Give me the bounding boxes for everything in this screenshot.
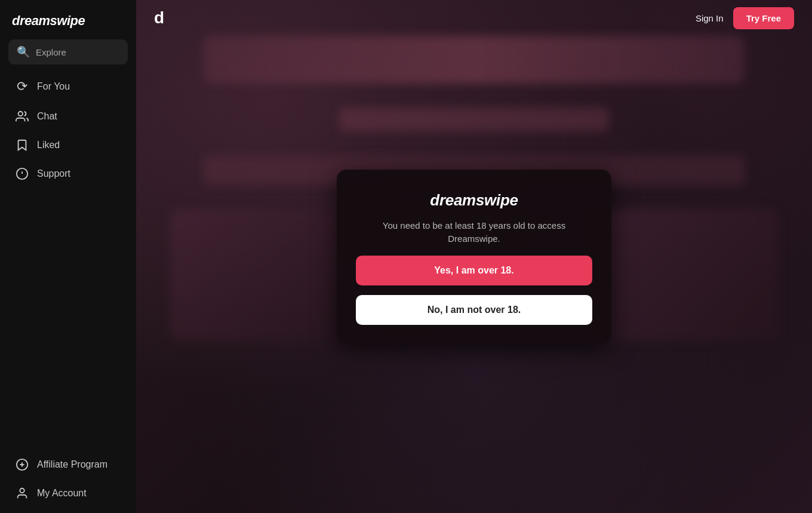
sidebar-item-affiliate[interactable]: Affiliate Program [6, 451, 130, 478]
explore-label: Explore [36, 47, 66, 57]
age-verification-modal: dreamswipe You need to be at least 18 ye… [337, 170, 611, 344]
chat-label: Chat [37, 111, 57, 122]
modal-subtitle: You need to be at least 18 years old to … [356, 219, 592, 246]
chat-icon [14, 110, 30, 123]
affiliate-icon [14, 458, 30, 471]
main-content: d Sign In Try Free dreamswipe You need t… [136, 0, 812, 513]
sidebar-item-for-you[interactable]: ⟳ For You [6, 72, 130, 102]
sidebar-logo[interactable]: dreamswipe [0, 0, 136, 39]
explore-button[interactable]: 🔍 Explore [8, 39, 128, 64]
my-account-icon [14, 487, 30, 500]
sidebar-item-chat[interactable]: Chat [6, 103, 130, 130]
for-you-label: For You [37, 81, 70, 92]
sidebar-item-liked[interactable]: Liked [6, 131, 130, 159]
sidebar-item-my-account[interactable]: My Account [6, 480, 130, 507]
my-account-label: My Account [37, 488, 87, 499]
liked-icon [14, 139, 30, 152]
sidebar-nav: ⟳ For You Chat Liked [0, 69, 136, 190]
modal-overlay: dreamswipe You need to be at least 18 ye… [136, 0, 812, 513]
affiliate-label: Affiliate Program [37, 459, 107, 470]
sidebar-bottom: Affiliate Program My Account [0, 445, 136, 513]
for-you-icon: ⟳ [14, 79, 30, 94]
deny-age-button[interactable]: No, I am not over 18. [356, 295, 592, 325]
sidebar-item-support[interactable]: Support [6, 160, 130, 188]
confirm-age-button[interactable]: Yes, I am over 18. [356, 256, 592, 285]
svg-point-0 [19, 112, 23, 116]
support-label: Support [37, 168, 70, 179]
liked-label: Liked [37, 140, 60, 150]
modal-title: dreamswipe [430, 191, 518, 210]
search-icon: 🔍 [17, 45, 30, 59]
svg-point-7 [20, 489, 24, 493]
sidebar: dreamswipe 🔍 Explore ⟳ For You Chat [0, 0, 136, 513]
support-icon [14, 167, 30, 180]
